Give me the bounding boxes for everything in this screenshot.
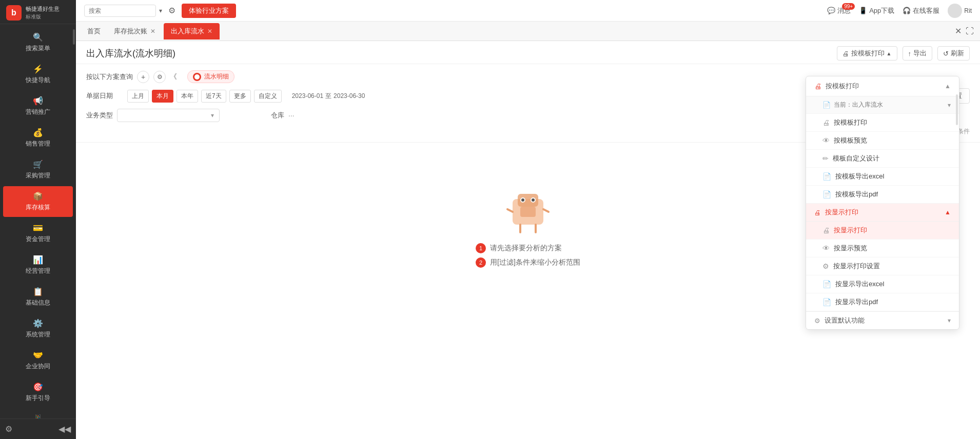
date-btn-more[interactable]: 更多 [229,90,251,103]
printer-icon: 🖨 [842,50,849,57]
date-filter-label: 单据日期 [86,91,117,101]
dropdown-current-label-row: 📄 当前：出入库流水 ▾ [806,96,959,114]
sidebar-item-label: 搜索菜单 [26,44,50,53]
message-btn[interactable]: 💬 消息 99+ [827,6,851,15]
dropdown-title-area: 🖨 按模板打印 [814,82,859,91]
tab-inventory-batch-close[interactable]: ✕ [150,28,155,35]
search-dropdown-icon[interactable]: ▾ [159,7,162,14]
sidebar-scrollbar[interactable] [73,29,75,132]
avatar [948,4,962,18]
sidebar-item-quicknav[interactable]: ⚡ 快捷导航 [3,59,73,90]
display-excel-label: 按显示导出excel [835,280,884,289]
dropdown-item-display-excel[interactable]: 📄 按显示导出excel [806,275,959,293]
dropdown-scrollbar[interactable] [956,92,958,324]
dropdown-display-section[interactable]: 🖨 按显示打印 ▲ [806,204,959,222]
message-icon: 💬 [827,7,835,14]
filter-collapse-btn[interactable]: 《 [170,72,177,82]
template-design-icon: ✏ [822,154,829,163]
header-right: 💬 消息 99+ 📱 App下载 🎧 在线客服 Rit [827,4,972,18]
dropdown-item-display-pdf[interactable]: 📄 按显示导出pdf [806,293,959,311]
settings-footer-icon[interactable]: ⚙ [5,424,12,434]
sidebar-item-basic-info[interactable]: 📋 基础信息 [3,282,73,312]
sidebar-logo: b 畅捷通好生意 标准版 [0,0,76,24]
sidebar-item-search[interactable]: 🔍 搜索菜单 [3,27,73,58]
sidebar-scrollbar-thumb [73,29,75,45]
template-excel-icon: 📄 [822,172,831,181]
filter-scheme-area: 按以下方案查询 + ⚙ 《 [86,71,177,83]
print-chevron-icon: ▲ [887,51,892,56]
date-btn-last-month[interactable]: 上月 [127,90,149,103]
sidebar-item-label: 新手引导 [26,394,50,403]
date-btn-this-month[interactable]: 本月 [152,90,173,103]
sidebar-item-appcenter[interactable]: 📱 应用中心 [3,409,73,418]
template-print-label: 按模板打印 [834,118,867,127]
main-content: ▾ ⚙ 体验行业方案 💬 消息 99+ 📱 App下载 🎧 在线客服 [76,0,980,439]
date-btn-this-year[interactable]: 本年 [177,90,198,103]
tab-inventory-batch-label: 库存批次账 [114,27,147,36]
biz-type-select[interactable]: ▾ [117,109,220,122]
dropdown-item-template-print[interactable]: 🖨 按模板打印 [806,114,959,132]
print-template-btn[interactable]: 🖨 按模板打印 ▲ [837,46,897,61]
sidebar-item-collab[interactable]: 🤝 企业协同 [3,345,73,376]
app-download-btn[interactable]: 📱 App下载 [859,6,894,15]
dropdown-item-template-excel[interactable]: 📄 按模板导出excel [806,168,959,186]
dropdown-footer-settings[interactable]: ⚙ 设置默认功能 ▾ [806,311,959,329]
filter-tag-item: ● 流水明细 [187,70,234,83]
tab-inventory-batch[interactable]: 库存批次账 ✕ [107,23,163,39]
sidebar-item-finance[interactable]: 💳 资金管理 [3,218,73,249]
date-btn-last-7-days[interactable]: 近7天 [201,90,226,103]
dropdown-item-display-preview[interactable]: 👁 按显示预览 [806,240,959,257]
header-gear-icon[interactable]: ⚙ [168,6,175,15]
warehouse-more-icon[interactable]: ··· [288,111,295,119]
filter-tag-label: 流水明细 [204,72,229,81]
template-excel-label: 按模板导出excel [835,172,884,181]
filter-settings-btn[interactable]: ⚙ [153,71,166,83]
footer-settings-icon: ⚙ [814,317,820,325]
dropdown-item-display-settings[interactable]: ⚙ 按显示打印设置 [806,257,959,275]
current-template-arrow[interactable]: ▾ [948,102,951,109]
display-preview-icon: 👁 [822,244,830,252]
sidebar-item-label: 资金管理 [26,235,50,244]
user-area[interactable]: Rit [948,4,972,18]
customer-service-label: 在线客服 [913,6,939,15]
collab-icon: 🤝 [33,350,43,360]
sidebar-item-marketing[interactable]: 📢 营销推广 [3,91,73,122]
sidebar: b 畅捷通好生意 标准版 🔍 搜索菜单 ⚡ 快捷导航 📢 营销推广 [0,0,76,439]
dropdown-main-chevron[interactable]: ▲ [945,83,951,90]
sidebar-item-guide[interactable]: 🎯 新手引导 [3,377,73,408]
sales-icon: 💰 [33,128,43,137]
tab-stock-flow-close[interactable]: ✕ [207,28,212,35]
sidebar-item-operations[interactable]: 📊 经营管理 [3,250,73,281]
dropdown-item-template-design[interactable]: ✏ 模板自定义设计 [806,150,959,168]
refresh-btn[interactable]: ↺ 刷新 [937,46,970,61]
refresh-icon: ↺ [943,50,949,57]
dropdown-item-template-preview[interactable]: 👁 按模板预览 [806,132,959,150]
dropdown-item-template-pdf[interactable]: 📄 按模板导出pdf [806,186,959,204]
tab-home[interactable]: 首页 [82,24,106,39]
biz-type-arrow: ▾ [211,112,214,119]
svg-point-7 [532,198,535,202]
sidebar-item-label: 采购管理 [26,171,50,180]
step-2-text: 用[过滤]条件来缩小分析范围 [490,258,580,267]
dropdown-item-display-print[interactable]: 🖨 按显示打印 [806,222,959,240]
collapse-sidebar-icon[interactable]: ◀◀ [58,424,71,434]
date-from: 2023-06-01 [292,92,323,99]
maximize-window-btn[interactable]: ⛶ [966,26,974,36]
date-quick-buttons: 上月 本月 本年 近7天 更多 自定义 [127,90,282,103]
date-range-display: 2023-06-01 至 2023-06-30 [292,92,365,101]
sidebar-item-purchase[interactable]: 🛒 采购管理 [3,154,73,185]
sidebar-item-inventory[interactable]: 📦 库存核算 [3,186,73,217]
sidebar-item-system[interactable]: ⚙️ 系统管理 [3,313,73,344]
template-preview-label: 按模板预览 [834,136,867,145]
close-window-btn[interactable]: ✕ [955,26,962,36]
tab-stock-flow[interactable]: 出入库流水 ✕ [164,23,220,39]
export-btn[interactable]: ↑ 导出 [903,46,933,61]
app-download-label: App下载 [869,6,894,15]
display-preview-label: 按显示预览 [834,244,867,253]
customer-service-btn[interactable]: 🎧 在线客服 [903,6,939,15]
date-btn-custom[interactable]: 自定义 [254,90,282,103]
sidebar-item-sales[interactable]: 💰 销售管理 [3,123,73,153]
filter-add-btn[interactable]: + [137,71,149,83]
trial-btn[interactable]: 体验行业方案 [182,4,236,18]
search-input[interactable] [84,5,156,17]
